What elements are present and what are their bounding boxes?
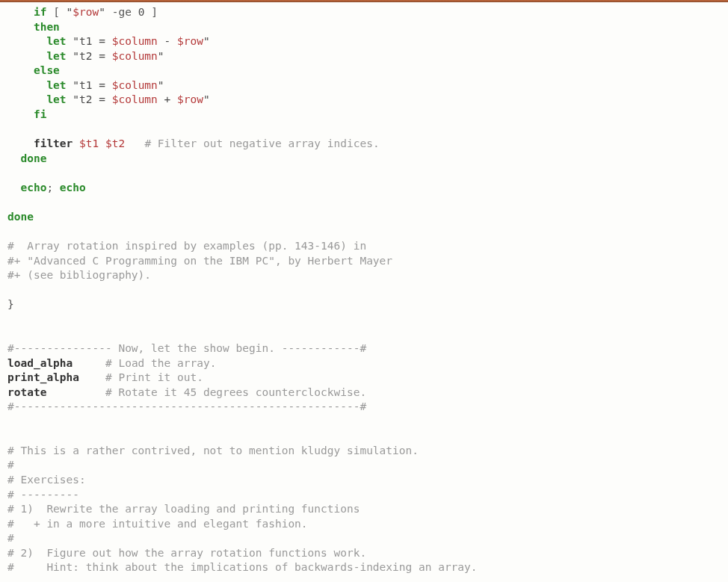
code-token-kw: echo <box>20 182 46 194</box>
code-token-fn: load_alpha <box>7 357 73 369</box>
code-token-fn: rotate <box>7 386 46 398</box>
code-token-kw: let <box>46 35 66 47</box>
code-token-cmt: # Exercises: <box>7 474 86 486</box>
code-token-var: $row <box>177 93 203 105</box>
code-token-cmt: # 2) Figure out how the array rotation f… <box>7 547 366 559</box>
code-token-kw: else <box>34 64 60 76</box>
code-token-cmt: #+ "Advanced C Programming on the IBM PC… <box>7 255 392 267</box>
code-token-var: $row <box>177 35 203 47</box>
code-token-var: $row <box>73 6 99 18</box>
code-token-var: $column <box>112 79 158 91</box>
code-token-kw: let <box>46 50 66 62</box>
code-token-cmt: # Filter out negative array indices. <box>144 137 379 149</box>
code-token-str: "t1 = <box>73 35 111 47</box>
code-token-fn: filter <box>34 137 79 149</box>
code-token-cmt: # --------- <box>7 489 79 501</box>
code-token-kw: fi <box>34 108 46 120</box>
code-token-op: ] <box>151 6 158 18</box>
code-token-cmt: # Array rotation inspired by examples (p… <box>7 240 366 252</box>
code-token-str: " <box>158 50 164 62</box>
code-token-var: $column <box>112 93 158 105</box>
code-token-cmt: # This is a rather contrived, not to men… <box>7 445 419 456</box>
code-token-cmt: # + in a more intuitive and elegant fash… <box>7 518 308 530</box>
code-token-str: "t2 = <box>73 50 111 62</box>
code-token-var: $column <box>112 35 158 47</box>
code-token-op: [ <box>53 6 60 18</box>
code-token-op: } <box>7 298 14 310</box>
code-token-var: $t1 <box>79 137 99 149</box>
code-token-str: " <box>203 35 210 47</box>
code-token-kw: let <box>46 93 66 105</box>
code-token-str: "t1 = <box>73 79 111 91</box>
code-token-str: " <box>99 6 105 18</box>
code-token-cmt: # <box>7 532 14 544</box>
code-token-kw: let <box>46 79 66 91</box>
code-token-kw: done <box>20 152 46 164</box>
code-token-kw: then <box>34 21 60 33</box>
code-token-cmt: # Print it out. <box>105 371 203 383</box>
code-token-str: + <box>158 93 177 105</box>
code-token-cmt: #---------------------------------------… <box>7 400 366 412</box>
code-token-cmt: # <box>7 459 14 471</box>
code-token-kw: echo <box>60 182 86 194</box>
code-token-kw: if <box>34 6 46 18</box>
code-token-var: $column <box>112 50 158 62</box>
code-token-var: $t2 <box>105 137 125 149</box>
code-token-op: ; <box>46 182 53 194</box>
code-token-cmt: # Load the array. <box>105 357 216 369</box>
code-token-cmt: # 1) Rewrite the array loading and print… <box>7 503 360 515</box>
code-token-cmt: # Hint: think about the implications of … <box>7 561 478 573</box>
code-block: if [ "$row" -ge 0 ] then let "t1 = $colu… <box>0 2 728 582</box>
code-token-str: "t2 = <box>73 93 111 105</box>
code-token-kw: done <box>7 211 34 223</box>
code-token-str: - <box>158 35 177 47</box>
code-token-str: " <box>203 93 210 105</box>
code-token-cmt: # Rotate it 45 degrees counterclockwise. <box>105 386 366 398</box>
code-token-op: -ge <box>112 6 132 18</box>
code-token-cmt: #--------------- Now, let the show begin… <box>7 342 366 354</box>
code-token-fn: print_alpha <box>7 371 79 383</box>
code-token-num: 0 <box>138 6 145 18</box>
code-token-str: " <box>158 79 164 91</box>
code-token-cmt: #+ (see bibliography). <box>7 269 151 281</box>
